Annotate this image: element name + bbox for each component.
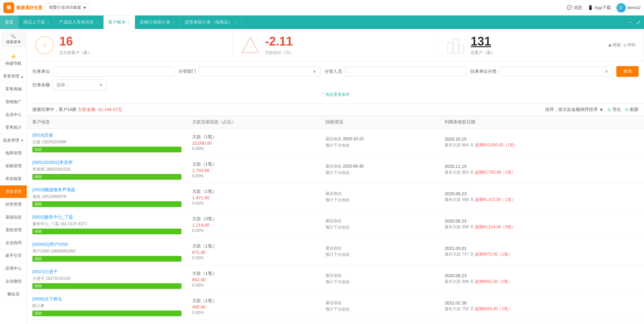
customer-name-3[interactable]: [0002]服务中心_丁磊: [32, 214, 181, 220]
sidebar-item-capital[interactable]: 资金管理: [0, 185, 27, 198]
debt-percent-3: 0.00%: [192, 228, 315, 233]
sidebar-item-quick-nav[interactable]: ⚡ 快捷导航: [0, 50, 27, 70]
col-due-date: 到期未收款日期: [439, 116, 644, 129]
tab-product-history[interactable]: 产成品入库单历史 ×: [54, 16, 103, 29]
tab-product-off-close[interactable]: ×: [47, 20, 49, 24]
debt-amount-3[interactable]: 1,214.00: [192, 223, 315, 228]
tab-purchase-stats[interactable]: 进货单统计表（按商品） ×: [180, 16, 242, 29]
sidebar-item-member-plus[interactable]: 畅会员: [0, 288, 27, 301]
tab-customer-account[interactable]: 客户账本 ×: [104, 16, 135, 29]
search-button[interactable]: 查询: [616, 66, 639, 77]
filter-unit-type-select[interactable]: ▼: [499, 67, 612, 77]
overdue-link-5[interactable]: 超期¥652.00（1笔）: [475, 279, 512, 284]
filter-dept-select[interactable]: ▼: [199, 67, 320, 77]
overdue-link-0[interactable]: 超期¥10,000.00（1笔）: [475, 143, 518, 147]
sidebar-item-member[interactable]: 会员中心: [0, 109, 27, 121]
customer-tag-6: 现销: [32, 311, 181, 316]
sidebar-item-operations[interactable]: 经营管理: [0, 198, 27, 211]
sort-select[interactable]: 排序：按欠款金额倒序排序 ▼: [545, 107, 604, 113]
cell-recovery-1: 最近收款 2020-06-30 预计下次收款: [320, 156, 439, 183]
sidebar-search-btn[interactable]: 🔍 搜索菜单: [2, 32, 25, 47]
cell-due-date-7: 2020.12.30 最长欠款 808 天 超期¥429.00（1笔）: [439, 320, 644, 324]
debt-amount-4[interactable]: 672.00: [192, 250, 315, 255]
overdue-days-4: 最长欠款 747 天 超期¥672.00（1笔）: [445, 252, 639, 257]
cell-recovery-3: 最近收款 预计下次收款: [320, 211, 439, 238]
sidebar-item-apps[interactable]: 应用中心: [0, 262, 27, 275]
sidebar-item-purchase[interactable]: 采购管理: [0, 160, 27, 173]
app-download-btn[interactable]: 📱 App下载: [588, 5, 611, 11]
sidebar-item-retail-stats[interactable]: 零售统计: [0, 121, 27, 134]
message-btn[interactable]: 💬 消息: [567, 5, 582, 11]
debt-amount-0[interactable]: 10,000.00: [192, 141, 315, 146]
view-video-btn[interactable]: ▶ 视频: [609, 42, 621, 48]
overdue-link-3[interactable]: 超期¥1,214.00（3笔）: [475, 225, 515, 229]
recent-label-2: 最近收款: [326, 191, 342, 196]
debt-amount-1[interactable]: 1,703.68: [192, 168, 315, 173]
sidebar-batch-mgmt-label: 批发管理: [3, 138, 19, 143]
logo-area: 畅 畅捷通好生意: [3, 2, 43, 13]
sidebar-item-basic-info[interactable]: 基础信息: [0, 211, 27, 224]
customer-name-0[interactable]: [0016]吕俊: [32, 132, 181, 138]
debt-amount-5[interactable]: 652.00: [192, 277, 315, 282]
sidebar-item-retail-mgmt[interactable]: 零售管理 ▲: [0, 70, 27, 83]
customer-name-1[interactable]: [0001020001]李老师: [32, 159, 181, 166]
tab-product-off-label: 商品上下架: [23, 19, 45, 25]
unit-type-chevron-icon: ▼: [604, 69, 609, 74]
sidebar-item-ecommerce[interactable]: 电商管理: [0, 147, 27, 160]
overdue-link-1[interactable]: 超期¥1,703.68（1笔）: [475, 170, 515, 175]
sidebar-item-enterprise[interactable]: 企业协同: [0, 237, 27, 249]
customer-sub-6: 陈小希: [32, 303, 181, 309]
customer-name-4[interactable]: [000002]用户2050: [32, 241, 181, 247]
tab-purchase-stats-close[interactable]: ×: [235, 20, 237, 24]
tab-purchase-summary-label: 采购订单统计表: [140, 19, 170, 25]
tab-purchase-summary[interactable]: 采购订单统计表 ×: [135, 16, 179, 29]
customer-name-2[interactable]: [0003]畅捷服务尹海蕊: [32, 187, 181, 193]
content-area: ¥ 16 总欠款客户（家） ! -2.11: [27, 29, 644, 324]
sidebar-item-batch-mgmt[interactable]: 批发管理 ▼: [0, 134, 27, 147]
refresh-btn[interactable]: ↻ 刷新: [625, 107, 639, 113]
overdue-date-6: 2021.02.26: [445, 300, 639, 305]
cell-recovery-5: 最近收款 预计下次收款: [320, 265, 439, 293]
tab-purchase-summary-close[interactable]: ×: [172, 20, 174, 24]
tab-product-history-close[interactable]: ×: [96, 20, 98, 24]
balance-placeholder: 选择...: [56, 82, 69, 88]
debt-amount-2[interactable]: 1,471.00: [192, 195, 315, 200]
customer-name-6[interactable]: [0006]去下粮仓: [32, 296, 181, 302]
overdue-link-2[interactable]: 超期¥1,471.00（1笔）: [475, 197, 515, 202]
debt-percent-6: 0.00%: [192, 310, 315, 315]
sidebar-item-guide[interactable]: 新手引导: [0, 249, 27, 262]
filter-person-input[interactable]: ...: [345, 67, 467, 77]
sidebar-item-enterprise-wx[interactable]: 企业微信: [0, 275, 27, 288]
store-selector[interactable]: 母婴行业演示账套 ▼: [45, 3, 90, 12]
overdue-link-6[interactable]: 超期¥455.90（1笔）: [475, 306, 512, 311]
tab-minimize-icon[interactable]: －: [627, 18, 634, 27]
chevron-icon: ▲: [21, 75, 24, 78]
user-menu[interactable]: D demo2: [616, 3, 641, 12]
sidebar-item-system[interactable]: 系统管理: [0, 224, 27, 237]
search-icon: 🔍: [11, 34, 16, 39]
sidebar-member-label: 会员中心: [5, 112, 22, 118]
debt-percent-2: 0.00%: [192, 201, 315, 206]
debt-amount-6[interactable]: 455.90: [192, 304, 315, 310]
tab-expand-icon[interactable]: ⤢: [636, 19, 641, 26]
help-btn[interactable]: ⊙ 帮助: [623, 42, 636, 48]
filter-balance-select[interactable]: 选择... ▼: [53, 80, 107, 90]
results-actions: 排序：按欠款金额倒序排序 ▼ ⊙ 导出 ↻ 刷新: [545, 107, 639, 113]
tab-home[interactable]: 首页: [0, 16, 19, 29]
debt-info-6: 欠款（1笔） 455.90 0.00%: [192, 298, 315, 315]
sidebar-item-inventory[interactable]: 库存核算: [0, 173, 27, 185]
sidebar-item-marketing[interactable]: 营销推广: [0, 96, 27, 109]
overdue-link-4[interactable]: 超期¥672.00（1笔）: [475, 252, 512, 257]
collapse-row[interactable]: ⌃ 收起更多条件: [32, 90, 639, 99]
table-row: [0003]畅捷服务尹海蕊 海燕 18513066976 现销 欠款（1笔） 1…: [27, 183, 644, 211]
customer-info-3: [0002]服务中心_丁磊 服务中心_丁磊 181 0125 8371 现销: [32, 214, 181, 234]
filter-from-unit-input[interactable]: ...: [53, 67, 174, 77]
debt-info-5: 欠款（1笔） 652.00 0.00%: [192, 270, 315, 288]
export-btn[interactable]: ⊙ 导出: [608, 107, 621, 113]
sidebar-item-retail-mall[interactable]: 零售商城: [0, 83, 27, 96]
tab-purchase-stats-label: 进货单统计表（按商品）: [185, 19, 233, 25]
customer-name-5[interactable]: [0007]小进干: [32, 269, 181, 275]
tab-customer-account-close[interactable]: ×: [128, 20, 130, 24]
tab-product-off[interactable]: 商品上下架 ×: [19, 16, 54, 29]
stat-label-total-customers: 总客户（家）: [471, 50, 604, 56]
